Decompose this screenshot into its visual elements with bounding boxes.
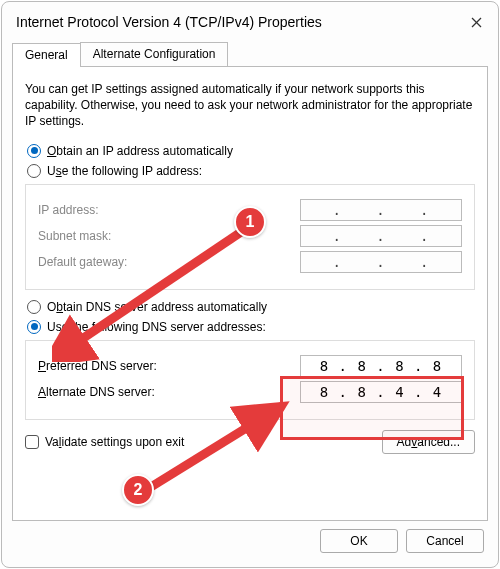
ok-button[interactable]: OK xyxy=(320,529,398,553)
ip-address-label: IP address: xyxy=(38,203,98,217)
radio-label: Use the following IP address: xyxy=(47,164,202,178)
annotation-callout-1: 1 xyxy=(234,206,266,238)
radio-icon xyxy=(27,300,41,314)
radio-dns-auto[interactable]: Obtain DNS server address automatically xyxy=(27,300,475,314)
default-gateway-label: Default gateway: xyxy=(38,255,127,269)
alternate-dns-label: Alternate DNS server: xyxy=(38,385,155,399)
properties-dialog: Internet Protocol Version 4 (TCP/IPv4) P… xyxy=(1,1,499,568)
intro-text: You can get IP settings assigned automat… xyxy=(25,81,475,130)
subnet-mask-input: . . . xyxy=(300,225,462,247)
ip-address-input: . . . xyxy=(300,199,462,221)
annotation-callout-2: 2 xyxy=(122,474,154,506)
window-title: Internet Protocol Version 4 (TCP/IPv4) P… xyxy=(16,14,322,30)
validate-checkbox[interactable]: Validate settings upon exit xyxy=(25,435,184,449)
radio-icon xyxy=(27,164,41,178)
default-gateway-input: . . . xyxy=(300,251,462,273)
radio-icon xyxy=(27,144,41,158)
preferred-dns-input[interactable]: 8 . 8 . 8 . 8 xyxy=(300,355,462,377)
tab-alternate[interactable]: Alternate Configuration xyxy=(80,42,229,66)
titlebar: Internet Protocol Version 4 (TCP/IPv4) P… xyxy=(2,2,498,42)
close-icon xyxy=(471,17,482,28)
radio-ip-auto[interactable]: Obtain an IP address automatically xyxy=(27,144,475,158)
radio-label: Use the following DNS server addresses: xyxy=(47,320,266,334)
cancel-button[interactable]: Cancel xyxy=(406,529,484,553)
tab-general[interactable]: General xyxy=(12,43,81,67)
checkbox-icon xyxy=(25,435,39,449)
dialog-buttons: OK Cancel xyxy=(2,529,498,567)
annotation-highlight-box xyxy=(280,376,464,440)
radio-icon xyxy=(27,320,41,334)
preferred-dns-label: Preferred DNS server: xyxy=(38,359,157,373)
radio-label: Obtain DNS server address automatically xyxy=(47,300,267,314)
tab-strip: General Alternate Configuration xyxy=(2,42,498,66)
close-button[interactable] xyxy=(460,10,492,34)
subnet-mask-label: Subnet mask: xyxy=(38,229,111,243)
validate-label: Validate settings upon exit xyxy=(45,435,184,449)
radio-dns-manual[interactable]: Use the following DNS server addresses: xyxy=(27,320,475,334)
radio-label: Obtain an IP address automatically xyxy=(47,144,233,158)
radio-ip-manual[interactable]: Use the following IP address: xyxy=(27,164,475,178)
tab-panel-general: You can get IP settings assigned automat… xyxy=(12,66,488,521)
